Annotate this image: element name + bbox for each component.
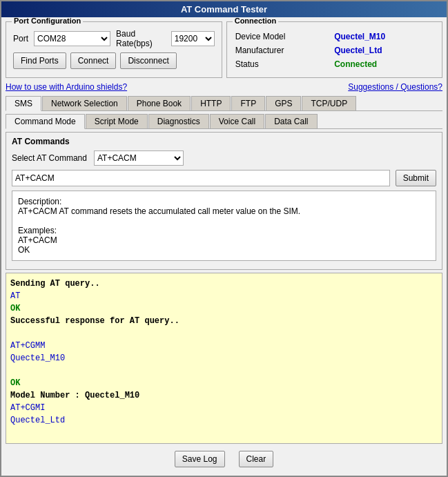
main-window: AT Command Tester Port Configuration Por…: [0, 0, 448, 477]
cmd-input-row: Submit: [12, 170, 436, 186]
find-ports-button[interactable]: Find Ports: [13, 52, 66, 69]
connection-table: Device Model Quectel_M10 Manufacturer Qu…: [234, 29, 435, 72]
description-box: Description:AT+CACM AT command resets th…: [12, 191, 436, 261]
manufacturer-value: Quectel_Ltd: [334, 44, 434, 57]
at-command-select[interactable]: AT+CACM AT+CAOC AT+CCFC AT+CCWA: [94, 150, 184, 166]
at-command-input[interactable]: [12, 170, 390, 186]
output-line-5: [10, 327, 438, 340]
port-config-section: Port Configuration Port COM28 COM1 COM2 …: [6, 21, 222, 78]
manufacturer-label: Manufacturer: [235, 44, 333, 57]
status-label: Status: [235, 58, 333, 70]
output-line-9: OK: [10, 377, 438, 389]
status-value: Connected: [334, 58, 434, 70]
tab-data-call[interactable]: Data Call: [265, 114, 317, 128]
output-line-3: OK: [10, 302, 438, 315]
tab-voice-call[interactable]: Voice Call: [210, 114, 264, 128]
output-line-2: AT: [10, 290, 438, 302]
main-content: Port Configuration Port COM28 COM1 COM2 …: [1, 17, 447, 476]
select-at-cmd-label: Select AT Command: [12, 153, 87, 163]
tab-gps[interactable]: GPS: [266, 96, 301, 110]
output-line-10: Model Number : Quectel_M10: [10, 389, 438, 402]
tab-command-mode[interactable]: Command Mode: [6, 114, 85, 129]
connection-section: Connection Device Model Quectel_M10 Manu…: [226, 21, 442, 78]
port-config-label: Port Configuration: [12, 17, 83, 25]
tab-tcp-udp[interactable]: TCP/UDP: [302, 96, 356, 110]
output-line-7: Quectel_M10: [10, 352, 438, 364]
device-model-label: Device Model: [235, 30, 333, 43]
arduino-link[interactable]: How to use with Arduino shields?: [6, 82, 127, 92]
device-model-value: Quectel_M10: [334, 30, 434, 43]
output-line-1: Sending AT query..: [10, 278, 438, 290]
tab-ftp[interactable]: FTP: [231, 96, 265, 110]
tab-sms[interactable]: SMS: [6, 96, 41, 111]
output-box[interactable]: Sending AT query.. AT OK Successful resp…: [6, 273, 442, 444]
tabs-row-2: Command Mode Script Mode Diagnostics Voi…: [6, 114, 442, 129]
disconnect-button[interactable]: Disconnect: [120, 52, 176, 69]
top-row: Port Configuration Port COM28 COM1 COM2 …: [6, 21, 442, 78]
bottom-buttons: Save Log Clear: [6, 447, 442, 471]
tab-http[interactable]: HTTP: [191, 96, 231, 110]
port-label: Port: [13, 34, 28, 43]
connection-label: Connection: [233, 17, 279, 25]
port-buttons-row: Find Ports Connect Disconnect: [13, 52, 215, 69]
description-text: Description:AT+CACM AT command resets th…: [18, 197, 300, 255]
port-row: Port COM28 COM1 COM2 Baud Rate(bps) 1920…: [13, 29, 215, 48]
tab-diagnostics[interactable]: Diagnostics: [148, 114, 209, 128]
baud-label: Baud Rate(bps): [116, 29, 166, 48]
tab-phone-book[interactable]: Phone Book: [128, 96, 191, 110]
output-line-4: Successful response for AT query..: [10, 315, 438, 327]
title-bar: AT Command Tester: [1, 1, 447, 17]
window-title: AT Command Tester: [181, 4, 267, 14]
output-line-8: [10, 364, 438, 377]
tab-network-selection[interactable]: Network Selection: [42, 96, 127, 110]
output-line-12: Quectel_Ltd: [10, 414, 438, 427]
clear-button[interactable]: Clear: [239, 451, 274, 467]
output-line-6: AT+CGMM: [10, 340, 438, 352]
save-log-button[interactable]: Save Log: [175, 451, 225, 467]
connect-button[interactable]: Connect: [70, 52, 117, 69]
suggestions-link[interactable]: Suggestions / Questions?: [348, 82, 442, 92]
tab-script-mode[interactable]: Script Mode: [86, 114, 148, 128]
at-commands-title: AT Commands: [12, 137, 436, 146]
submit-button[interactable]: Submit: [396, 170, 436, 186]
links-row: How to use with Arduino shields? Suggest…: [6, 81, 442, 93]
select-row: Select AT Command AT+CACM AT+CAOC AT+CCF…: [12, 150, 436, 166]
at-commands-box: AT Commands Select AT Command AT+CACM AT…: [6, 132, 442, 270]
output-line-11: AT+CGMI: [10, 402, 438, 414]
port-select[interactable]: COM28 COM1 COM2: [34, 31, 110, 46]
baud-select[interactable]: 19200 9600 115200: [171, 31, 215, 46]
tabs-row-1: SMS Network Selection Phone Book HTTP FT…: [6, 96, 442, 111]
